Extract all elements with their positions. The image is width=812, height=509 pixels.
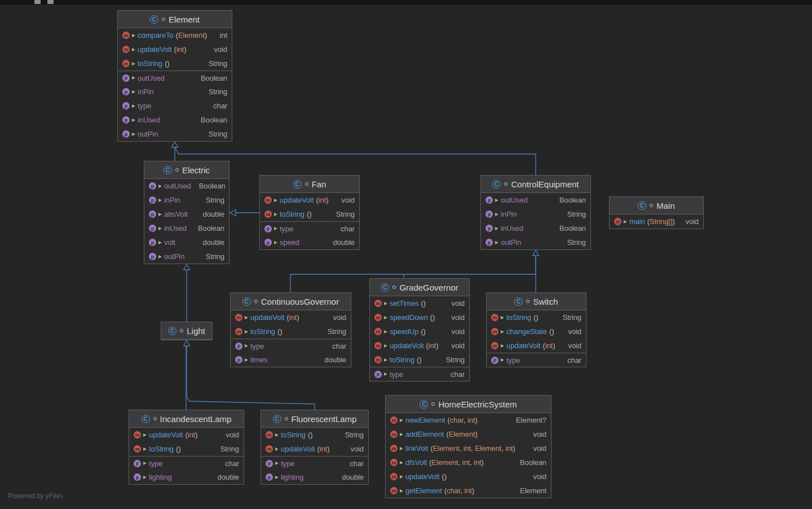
class-box-Main[interactable]: CMainmmain(String[])void xyxy=(609,196,704,229)
method-row[interactable]: mspeedDown()void xyxy=(370,310,469,324)
property-row[interactable]: ptypechar xyxy=(231,339,351,353)
method-row[interactable]: mupdateVolt(int)void xyxy=(261,442,368,456)
property-row[interactable]: poutUsedBoolean xyxy=(481,193,590,207)
method-row[interactable]: mnewElement(char, int)Element? xyxy=(386,413,551,427)
class-header[interactable]: CLight xyxy=(161,322,212,340)
method-row[interactable]: mgetElement(char, int)Element xyxy=(386,484,551,498)
method-row[interactable]: mmain(String[])void xyxy=(610,214,703,229)
method-row[interactable]: mupdateVolt(int)void xyxy=(129,428,244,442)
visibility-icon xyxy=(143,433,147,437)
property-row[interactable]: pspeeddouble xyxy=(260,235,359,249)
visibility-icon xyxy=(143,447,147,451)
method-icon: m xyxy=(390,487,398,494)
property-icon: p xyxy=(122,74,130,82)
property-row[interactable]: pinUsedBoolean xyxy=(118,113,232,127)
method-row[interactable]: mtoString()String xyxy=(231,324,351,339)
class-header[interactable]: CIncandescentLamp xyxy=(129,410,244,428)
class-header[interactable]: CControlEquipment xyxy=(481,175,590,193)
property-row[interactable]: poutUsedBoolean xyxy=(118,71,232,85)
property-row[interactable]: ptypechar xyxy=(370,367,469,381)
property-icon: p xyxy=(491,357,498,364)
property-row[interactable]: plightingdouble xyxy=(261,470,368,484)
property-row[interactable]: ptypechar xyxy=(118,99,232,113)
param-type: int xyxy=(462,458,470,467)
property-row[interactable]: ptypechar xyxy=(129,456,244,470)
method-row[interactable]: mupdateVolt()void xyxy=(386,469,551,484)
method-row[interactable]: msetTimes()void xyxy=(370,296,469,310)
method-row[interactable]: mupdateVolt(int)void xyxy=(487,339,586,353)
class-header[interactable]: CHomeElectricSystem xyxy=(386,396,551,413)
member-name: absVolt xyxy=(164,210,188,218)
class-box-Light[interactable]: CLight xyxy=(161,322,213,340)
class-box-Switch[interactable]: CSwitchmtoString()StringmchangeState()vo… xyxy=(486,292,586,367)
member-type: double xyxy=(328,238,355,247)
method-row[interactable]: mupdateVolt(int)void xyxy=(260,193,359,207)
property-row[interactable]: plightingdouble xyxy=(129,470,244,484)
member-type: Element xyxy=(514,486,546,495)
property-row[interactable]: ptypechar xyxy=(260,221,359,235)
class-header[interactable]: CFan xyxy=(260,175,359,193)
member-name: updateVolt xyxy=(390,341,423,350)
method-row[interactable]: mupdateVolt(int)void xyxy=(231,310,351,324)
class-box-IncandescentLamp[interactable]: CIncandescentLampmupdateVolt(int)voidmto… xyxy=(129,410,244,485)
property-row[interactable]: pabsVoltdouble xyxy=(144,207,229,221)
class-header[interactable]: CContinuousGovernor xyxy=(231,293,351,310)
class-box-HomeElectricSystem[interactable]: CHomeElectricSystemmnewElement(char, int… xyxy=(385,395,551,498)
toolbar-button-fragment[interactable] xyxy=(34,0,41,4)
class-header[interactable]: CSwitch xyxy=(487,293,586,310)
class-box-ControlEquipment[interactable]: CControlEquipmentpoutUsedBooleanpinPinSt… xyxy=(480,175,591,250)
class-header[interactable]: CMain xyxy=(610,197,703,214)
class-box-FluorescentLamp[interactable]: CFluorescentLampmtoString()Stringmupdate… xyxy=(261,410,369,485)
method-row[interactable]: mtoString()String xyxy=(118,56,232,71)
class-box-ContinuousGovernor[interactable]: CContinuousGovernormupdateVolt(int)voidm… xyxy=(230,292,351,367)
member-type: double xyxy=(337,473,364,481)
member-type: double xyxy=(197,210,224,218)
property-row[interactable]: ptypechar xyxy=(487,353,586,367)
class-box-Element[interactable]: CElementmcompareTo(Element)intmupdateVol… xyxy=(117,10,232,142)
method-row[interactable]: mtoString()String xyxy=(487,310,586,324)
visibility-icon xyxy=(501,316,504,319)
class-header[interactable]: CElectric xyxy=(144,161,229,179)
visibility-icon xyxy=(495,213,498,216)
method-row[interactable]: mupdateVolt(int)void xyxy=(370,339,469,353)
property-row[interactable]: pinUsedBoolean xyxy=(144,221,229,235)
method-row[interactable]: mtoString()String xyxy=(370,353,469,367)
property-row[interactable]: ptypechar xyxy=(261,456,368,470)
member-name: inUsed xyxy=(501,224,523,232)
uml-diagram-canvas[interactable]: CElementmcompareTo(Element)intmupdateVol… xyxy=(0,0,812,509)
class-header[interactable]: CElement xyxy=(118,11,232,28)
property-row[interactable]: ptimesdouble xyxy=(231,353,351,367)
punctuation: ) xyxy=(178,445,180,453)
method-row[interactable]: mtoString()String xyxy=(261,428,368,442)
method-row[interactable]: maddElement(Element)void xyxy=(386,427,551,441)
punctuation: ) xyxy=(309,210,311,218)
property-row[interactable]: pinPinString xyxy=(481,207,590,221)
method-row[interactable]: mcompareTo(Element)int xyxy=(118,28,232,42)
visibility-icon xyxy=(384,316,387,319)
method-row[interactable]: mspeedUp()void xyxy=(370,324,469,339)
property-row[interactable]: poutPinString xyxy=(118,127,232,141)
class-header[interactable]: CGradeGovernor xyxy=(370,279,469,296)
method-row[interactable]: mchangeState()void xyxy=(487,324,586,339)
method-row[interactable]: mupdateVolt(int)void xyxy=(118,42,232,56)
class-box-GradeGovernor[interactable]: CGradeGovernormsetTimes()voidmspeedDown(… xyxy=(369,278,470,381)
class-name: GradeGovernor xyxy=(399,283,458,292)
property-row[interactable]: poutPinString xyxy=(481,235,590,249)
member-name: addElement xyxy=(405,430,444,438)
powered-by-yfiles-link[interactable]: Powered by yFiles xyxy=(8,492,63,500)
property-row[interactable]: poutUsedBoolean xyxy=(144,179,229,193)
property-row[interactable]: pvoltdouble xyxy=(144,235,229,249)
property-row[interactable]: pinUsedBoolean xyxy=(481,221,590,235)
class-box-Electric[interactable]: CElectricpoutUsedBooleanpinPinStringpabs… xyxy=(144,161,230,264)
method-row[interactable]: mtoString()String xyxy=(260,207,359,221)
class-box-Fan[interactable]: CFanmupdateVolt(int)voidmtoString()Strin… xyxy=(259,175,360,250)
property-row[interactable]: poutPinString xyxy=(144,249,229,264)
method-row[interactable]: mdfsVolt(Element, int, int)Boolean xyxy=(386,455,551,469)
toolbar-button-fragment[interactable] xyxy=(47,0,54,4)
property-row[interactable]: pinPinString xyxy=(118,85,232,99)
method-row[interactable]: mtoString()String xyxy=(129,442,244,456)
property-row[interactable]: pinPinString xyxy=(144,193,229,207)
member-name: toString xyxy=(506,313,531,322)
method-row[interactable]: mlinkVolt(Element, int, Element, int)voi… xyxy=(386,441,551,455)
class-header[interactable]: CFluorescentLamp xyxy=(261,410,368,428)
